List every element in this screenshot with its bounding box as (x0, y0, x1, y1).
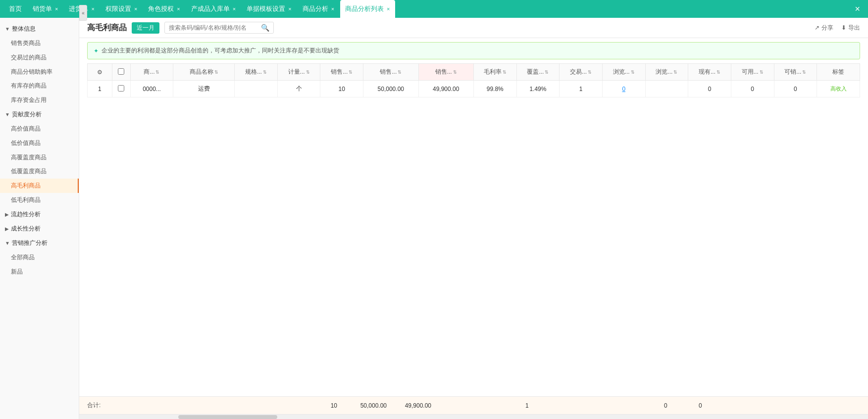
sort-icon-stock2: ⇅ (760, 70, 764, 75)
sidebar-item-stock-funds[interactable]: 库存资金占用 (0, 93, 79, 107)
nav-purchase-close[interactable]: × (91, 6, 94, 12)
cell-sales3: 49,900.00 (418, 81, 473, 97)
th-coverage[interactable]: 覆盖... ⇅ (516, 64, 560, 81)
sidebar-item-low-value[interactable]: 低价值商品 (0, 136, 79, 150)
th-stock1[interactable]: 现有... ⇅ (688, 64, 731, 81)
sidebar-item-high-value[interactable]: 高价值商品 (0, 122, 79, 136)
nav-permission-close[interactable]: × (134, 6, 137, 12)
sidebar-item-stocked-goods[interactable]: 有库存的商品 (0, 79, 79, 93)
nav-analysis-list[interactable]: 商品分析列表 × (340, 0, 395, 18)
nav-template[interactable]: 单据模板设置 × (242, 0, 296, 18)
sort-icon-transaction: ⇅ (588, 70, 592, 75)
sort-icon-name: ⇅ (214, 70, 218, 75)
th-gross-rate[interactable]: 毛利率 ⇅ (473, 64, 516, 81)
nav-home[interactable]: 首页 (4, 0, 27, 18)
th-sales2[interactable]: 销售... ⇅ (363, 64, 418, 81)
sidebar-item-traded-goods[interactable]: 交易过的商品 (0, 50, 79, 65)
cell-browse2 (645, 81, 688, 97)
nav-sales-close[interactable]: × (55, 6, 58, 12)
sort-icon-stock1: ⇅ (716, 70, 720, 75)
th-transaction[interactable]: 交易... ⇅ (560, 64, 603, 81)
cell-sales2: 50,000.00 (363, 81, 418, 97)
sidebar-collapse-button[interactable]: « (79, 5, 87, 21)
footer-stock2: 0 (683, 402, 717, 409)
chevron-right-icon: ▶ (5, 212, 9, 217)
nav-analysis[interactable]: 商品分析 × (298, 0, 339, 18)
sidebar-item-new-goods[interactable]: 新品 (0, 265, 79, 279)
sidebar-group-marketing[interactable]: ▼ 营销推广分析 (0, 236, 79, 250)
footer-cells: 10 50,000.00 49,900.00 1 0 0 (108, 402, 860, 409)
row-checkbox[interactable] (118, 85, 124, 92)
cell-checkbox (112, 81, 130, 97)
sort-icon-browse2: ⇅ (673, 70, 677, 75)
nav-production-close[interactable]: × (233, 6, 236, 12)
th-sales1[interactable]: 销售... ⇅ (320, 64, 363, 81)
cell-name: 运费 (173, 81, 235, 97)
period-button[interactable]: 近一月 (132, 22, 159, 34)
footer-stock1: 0 (648, 402, 683, 409)
th-tag[interactable]: 标签 (817, 64, 860, 81)
th-name[interactable]: 商品名称 ⇅ (173, 64, 235, 81)
th-sales3[interactable]: 销售... ⇅ (418, 64, 473, 81)
data-table: ⚙ 商... ⇅ 商品名称 (87, 63, 860, 97)
share-button[interactable]: ↗ 分享 (815, 24, 833, 32)
th-code[interactable]: 商... ⇅ (130, 64, 173, 81)
export-button[interactable]: ⬇ 导出 (841, 24, 860, 32)
window-close-button[interactable]: × (851, 4, 864, 14)
nav-template-close[interactable]: × (288, 6, 291, 12)
select-all-checkbox[interactable] (118, 68, 124, 75)
chevron-right-icon-2: ▶ (5, 226, 9, 232)
sidebar-item-distribution-rate[interactable]: 商品分销助购率 (0, 65, 79, 79)
search-box: 🔍 (164, 22, 274, 34)
nav-role-close[interactable]: × (177, 6, 180, 12)
search-icon[interactable]: 🔍 (261, 24, 269, 32)
table-row: 1 0000... 运费 个 10 50,000.00 49,900.00 99… (88, 81, 860, 97)
th-stock2[interactable]: 可用... ⇅ (731, 64, 774, 81)
cell-coverage: 1.49% (516, 81, 560, 97)
cell-transaction: 1 (560, 81, 603, 97)
sidebar: ▼ 整体信息 销售类商品 交易过的商品 商品分销助购率 有库存的商品 库存资金占… (0, 18, 79, 419)
th-browse1[interactable]: 浏览... ⇅ (602, 64, 645, 81)
sort-icon-coverage: ⇅ (545, 70, 549, 75)
sidebar-group-trend[interactable]: ▶ 流趋性分析 (0, 207, 79, 222)
nav-analysis-close[interactable]: × (331, 6, 334, 12)
nav-production[interactable]: 产成品入库单 × (186, 0, 241, 18)
horizontal-scrollbar[interactable] (79, 414, 868, 419)
th-unit[interactable]: 计量... ⇅ (277, 64, 320, 81)
sidebar-group-contribution[interactable]: ▼ 贡献度分析 (0, 107, 79, 122)
main-layout: ▼ 整体信息 销售类商品 交易过的商品 商品分销助购率 有库存的商品 库存资金占… (0, 18, 868, 419)
th-stock3[interactable]: 可销... ⇅ (774, 64, 817, 81)
cell-code: 0000... (130, 81, 173, 97)
nav-analysis-list-close[interactable]: × (387, 6, 390, 12)
nav-role[interactable]: 角色授权 × (143, 0, 185, 18)
footer-sales3: 49,900.00 (396, 402, 440, 409)
scroll-thumb[interactable] (178, 415, 277, 419)
nav-sales[interactable]: 销货单 × (28, 0, 63, 18)
cell-stock3: 0 (774, 81, 817, 97)
table-container: ⚙ 商... ⇅ 商品名称 (79, 63, 868, 396)
sort-icon-gross: ⇅ (503, 70, 507, 75)
footer-bar: 合计: 10 50,000.00 49,900.00 1 0 0 (79, 396, 868, 414)
sidebar-item-low-coverage[interactable]: 低覆盖度商品 (0, 164, 79, 179)
sidebar-item-sales-goods[interactable]: 销售类商品 (0, 36, 79, 50)
footer-label: 合计: (87, 401, 101, 410)
sidebar-item-low-margin[interactable]: 低毛利商品 (0, 193, 79, 207)
sidebar-item-high-coverage[interactable]: 高覆盖度商品 (0, 150, 79, 165)
cell-index: 1 (88, 81, 112, 97)
th-browse2[interactable]: 浏览... ⇅ (645, 64, 688, 81)
th-spec[interactable]: 规格... ⇅ (235, 64, 278, 81)
nav-permission[interactable]: 权限设置 × (101, 0, 142, 18)
th-checkbox (112, 64, 130, 81)
search-input[interactable] (169, 24, 258, 31)
sidebar-group-overall[interactable]: ▼ 整体信息 (0, 22, 79, 36)
cell-stock1: 0 (688, 81, 731, 97)
sidebar-item-high-margin[interactable]: 高毛利商品 (0, 179, 79, 193)
sidebar-item-all-goods[interactable]: 全部商品 (0, 250, 79, 265)
header-actions: ↗ 分享 ⬇ 导出 (815, 24, 860, 32)
sidebar-group-growth[interactable]: ▶ 成长性分析 (0, 222, 79, 236)
cell-browse1[interactable]: 0 (602, 81, 645, 97)
sort-icon-stock3: ⇅ (802, 70, 806, 75)
cell-sales1: 10 (320, 81, 363, 97)
footer-sales1: 10 (316, 402, 351, 409)
sort-icon-unit: ⇅ (306, 70, 310, 75)
